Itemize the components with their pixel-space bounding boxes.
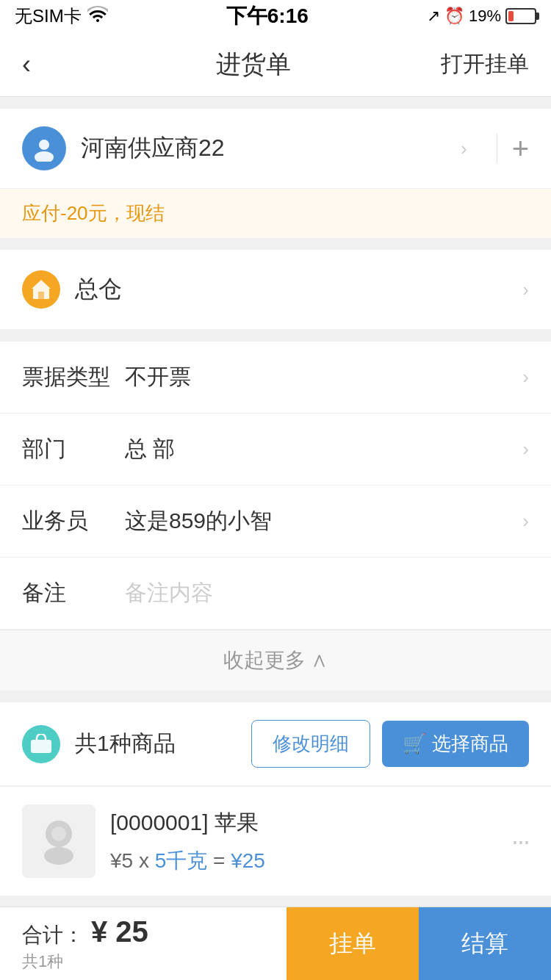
total-row: 合计： ¥ 25 <box>22 915 264 949</box>
warehouse-chevron: › <box>522 278 529 301</box>
select-product-label: 选择商品 <box>432 731 508 757</box>
back-button[interactable]: ‹ <box>22 49 66 80</box>
form-section: 票据类型 不开票 › 部门 总 部 › 业务员 这是859的小智 › 备注 备注… <box>0 342 551 630</box>
product-count-text: 共1种商品 <box>75 729 251 759</box>
collapse-label: 收起更多 ∧ <box>223 649 328 671</box>
product-count-icon <box>22 725 60 763</box>
total-sub: 共1种 <box>22 951 264 973</box>
svg-point-0 <box>39 140 49 150</box>
invoice-type-chevron: › <box>522 366 529 389</box>
more-options-button[interactable]: ··· <box>511 826 529 857</box>
warehouse-icon <box>22 270 60 309</box>
svg-rect-5 <box>31 740 51 753</box>
svg-point-8 <box>51 826 66 841</box>
battery-icon <box>505 8 536 24</box>
sales-person-chevron: › <box>522 510 529 533</box>
remark-label: 备注 <box>22 578 125 608</box>
status-time: 下午6:16 <box>226 2 309 30</box>
remark-input[interactable]: 备注内容 <box>125 578 529 608</box>
modify-detail-button[interactable]: 修改明细 <box>251 720 370 768</box>
status-bar: 无SIM卡 下午6:16 ↗ ⏰ 19% <box>0 0 551 32</box>
total-section: 合计： ¥ 25 共1种 <box>0 915 287 973</box>
select-product-button[interactable]: 🛒 选择商品 <box>382 721 529 767</box>
product-name: [0000001] 苹果 <box>110 808 497 838</box>
supplier-chevron: › <box>461 137 467 160</box>
product-info: [0000001] 苹果 ¥5 x 5千克 = ¥25 <box>110 808 497 875</box>
alarm-icon: ⏰ <box>444 7 464 26</box>
department-label: 部门 <box>22 434 125 464</box>
department-chevron: › <box>522 438 529 461</box>
product-header: 共1种商品 修改明细 🛒 选择商品 <box>0 702 551 785</box>
warehouse-section: 总仓 › <box>0 250 551 330</box>
total-amount: ¥ 25 <box>91 915 148 948</box>
hang-order-button[interactable]: 挂单 <box>287 907 419 981</box>
wifi-icon <box>87 6 108 26</box>
product-item: [0000001] 苹果 ¥5 x 5千克 = ¥25 ··· <box>0 787 551 896</box>
department-value: 总 部 <box>125 434 522 464</box>
sales-person-row[interactable]: 业务员 这是859的小智 › <box>0 486 551 558</box>
remark-row[interactable]: 备注 备注内容 <box>0 558 551 630</box>
unit-price: ¥5 x <box>110 849 155 872</box>
battery-percent: 19% <box>469 7 501 26</box>
divider <box>497 134 497 163</box>
warehouse-label: 总仓 <box>75 273 522 306</box>
status-right: ↗ ⏰ 19% <box>427 7 536 26</box>
select-product-icon: 🛒 <box>403 732 426 755</box>
product-title: 苹果 <box>215 810 259 835</box>
supplier-avatar <box>22 126 66 170</box>
bottom-bar: 合计： ¥ 25 共1种 挂单 结算 <box>0 907 551 980</box>
invoice-type-label: 票据类型 <box>22 362 125 392</box>
svg-rect-4 <box>38 292 44 299</box>
svg-marker-3 <box>32 280 51 289</box>
sales-person-value: 这是859的小智 <box>125 506 522 536</box>
gap-1 <box>0 97 551 109</box>
equals: = <box>213 849 231 872</box>
warehouse-row[interactable]: 总仓 › <box>0 250 551 330</box>
nav-bar: ‹ 进货单 打开挂单 <box>0 32 551 97</box>
supplier-section: 河南供应商22 › + 应付-20元，现结 <box>0 109 551 238</box>
product-thumbnail <box>22 804 96 878</box>
supplier-row[interactable]: 河南供应商22 › + <box>0 109 551 189</box>
alert-text: 应付-20元，现结 <box>22 202 165 224</box>
product-price: ¥5 x 5千克 = ¥25 <box>110 847 497 875</box>
alert-bar: 应付-20元，现结 <box>0 189 551 238</box>
collapse-bar[interactable]: 收起更多 ∧ <box>0 630 551 691</box>
gap-4 <box>0 691 551 702</box>
total-price: ¥25 <box>231 849 265 872</box>
sales-person-label: 业务员 <box>22 506 125 536</box>
supplier-name: 河南供应商22 <box>81 132 461 165</box>
quantity: 5千克 <box>155 849 208 872</box>
department-row[interactable]: 部门 总 部 › <box>0 414 551 486</box>
invoice-type-row[interactable]: 票据类型 不开票 › <box>0 342 551 414</box>
gap-2 <box>0 238 551 250</box>
page-title: 进货单 <box>216 48 291 82</box>
total-label: 合计： <box>22 921 84 949</box>
checkout-button[interactable]: 结算 <box>419 907 551 981</box>
svg-point-7 <box>44 847 73 865</box>
add-button[interactable]: + <box>512 134 529 163</box>
open-hang-button[interactable]: 打开挂单 <box>441 49 529 79</box>
status-left: 无SIM卡 <box>15 4 108 28</box>
carrier-text: 无SIM卡 <box>15 4 82 28</box>
product-code: [0000001] <box>110 810 215 835</box>
svg-point-1 <box>35 151 54 162</box>
location-icon: ↗ <box>427 7 440 26</box>
invoice-type-value: 不开票 <box>125 362 522 392</box>
gap-3 <box>0 330 551 342</box>
